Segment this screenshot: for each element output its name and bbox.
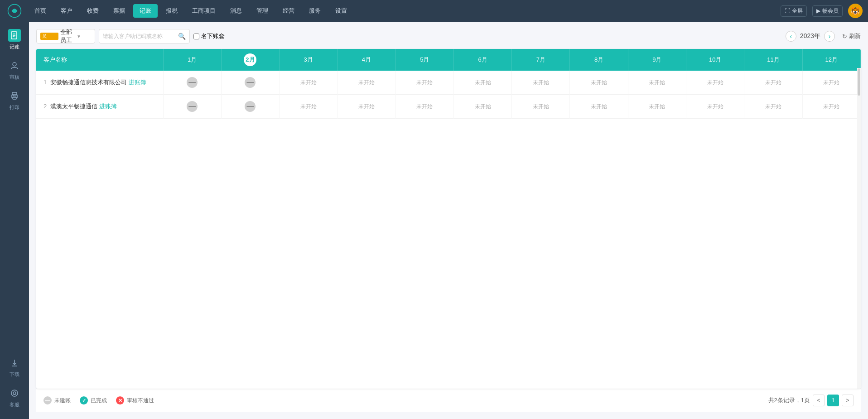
data-table: 客户名称 1月 2月 3月 4月 5月 6月 7月 8月 9月 10月 11月 … [36,49,861,119]
nav-customer[interactable]: 客户 [54,4,79,18]
user-avatar[interactable]: 🐯 [848,4,863,18]
legend-gray-dot: — [43,396,52,405]
refresh-button[interactable]: ↻ 刷新 [842,32,861,40]
table-row: 1安徽畅捷通信息技术有限公司 进账簿——未开始未开始未开始未开始未开始未开始未开… [36,71,861,95]
nav-billing[interactable]: 收费 [81,4,105,18]
legend-rejected: ✕ 审核不通过 [116,396,154,405]
cell-month-6-row-1: 未开始 [512,95,570,119]
not-started-text: 未开始 [300,103,317,110]
fullscreen-label: 全屏 [792,7,803,15]
nav-invoice[interactable]: 票据 [107,4,131,18]
chevron-down-icon: ▼ [77,34,91,39]
employee-select[interactable]: 员 全部员工 ▼ [36,29,95,43]
search-icon[interactable]: 🔍 [178,33,186,40]
content-area: 员 全部员工 ▼ 🔍 名下账套 ‹ 2023年 › ↻ 刷新 [29,22,868,419]
nav-home[interactable]: 首页 [28,4,53,18]
cell-month-5-row-0: 未开始 [453,71,511,95]
cell-month-10-row-0: 未开始 [744,71,802,95]
prev-year-button[interactable]: ‹ [786,31,796,42]
nav-bookkeeping[interactable]: 记账 [133,4,158,18]
nav-message[interactable]: 消息 [224,4,248,18]
next-page-button[interactable]: > [842,395,854,406]
not-started-text: 未开始 [649,79,665,86]
not-started-text: 未开始 [533,103,549,110]
top-navigation: 首页 客户 收费 票据 记账 报税 工商项目 消息 管理 经营 服务 设置 ⛶ … [0,0,868,22]
legend-rejected-label: 审核不通过 [127,397,154,405]
sidebar-item-support[interactable]: 客服 [2,383,27,412]
col-header-name: 客户名称 [36,49,163,71]
sidebar-audit-label: 审核 [10,74,19,81]
sidebar-download-label: 下载 [10,371,19,378]
sidebar-item-audit[interactable]: 审核 [2,56,27,84]
main-layout: 记账 审核 打印 [0,22,868,419]
cell-month-7-row-1: 未开始 [570,95,628,119]
not-started-text: 未开始 [533,79,549,86]
enter-ledger-link[interactable]: 进账簿 [99,103,117,110]
legend-red-dot: ✕ [116,396,124,405]
nav-manage[interactable]: 管理 [250,4,275,18]
status-dash-icon: — [187,101,198,112]
table-header-row: 客户名称 1月 2月 3月 4月 5月 6月 7月 8月 9月 10月 11月 … [36,49,861,71]
account-set-checkbox[interactable]: 名下账套 [193,32,225,40]
cell-month-9-row-0: 未开始 [686,71,744,95]
nav-service[interactable]: 服务 [303,4,327,18]
col-header-nov: 11月 [744,49,802,71]
prev-page-button[interactable]: < [813,395,825,406]
svg-point-11 [11,390,18,396]
next-year-button[interactable]: › [824,31,835,42]
scrollbar[interactable] [857,68,861,389]
legend-teal-dot: ✓ [80,396,88,405]
nav-menu: 首页 客户 收费 票据 记账 报税 工商项目 消息 管理 经营 服务 设置 [28,4,781,18]
enter-ledger-link[interactable]: 进账簿 [129,79,146,86]
sidebar-item-print[interactable]: 打印 [2,86,27,115]
status-dash-icon: — [245,77,256,88]
page-1-button[interactable]: 1 [827,395,839,406]
col-header-jun: 6月 [453,49,511,71]
sidebar: 记账 审核 打印 [0,22,29,419]
audit-icon [8,59,21,72]
year-label: 2023年 [800,32,820,40]
pagination: 共2条记录，1页 < 1 > [768,395,854,406]
cell-month-11-row-1: 未开始 [802,95,860,119]
member-button[interactable]: ▶ 畅会员 [812,5,843,17]
not-started-text: 未开始 [358,79,375,86]
cell-month-4-row-1: 未开始 [395,95,453,119]
not-started-text: 未开始 [765,79,781,86]
sidebar-item-bookkeeping[interactable]: 记账 [2,25,27,54]
account-set-check[interactable] [193,34,199,39]
cell-name-1: 2漠澳太平畅捷通信 进账簿 [36,95,163,119]
not-started-text: 未开始 [416,103,433,110]
nav-operation[interactable]: 经营 [276,4,301,18]
cell-month-3-row-0: 未开始 [338,71,395,95]
col-header-feb: 2月 [221,49,279,71]
nav-tax[interactable]: 报税 [159,4,184,18]
not-started-text: 未开始 [416,79,433,86]
nav-business[interactable]: 工商项目 [186,4,222,18]
legend-red-icon: ✕ [118,398,122,404]
refresh-icon: ↻ [842,33,847,40]
cell-month-9-row-1: 未开始 [686,95,744,119]
not-started-text: 未开始 [649,103,665,110]
year-navigator: ‹ 2023年 › [786,31,835,42]
scrollbar-thumb[interactable] [858,68,860,96]
status-dash-icon: — [187,77,198,88]
nav-settings[interactable]: 设置 [329,4,353,18]
sidebar-print-label: 打印 [10,104,19,111]
search-input[interactable] [103,33,175,39]
fullscreen-button[interactable]: ⛶ 全屏 [781,5,807,17]
table-row: 2漠澳太平畅捷通信 进账簿——未开始未开始未开始未开始未开始未开始未开始未开始未… [36,95,861,119]
search-input-wrap: 🔍 [99,29,190,43]
col-header-mar: 3月 [280,49,338,71]
not-started-text: 未开始 [300,79,317,86]
bookkeeping-icon [8,29,21,42]
legend-completed-label: 已完成 [91,397,107,405]
legend-not-started: — 未建账 [43,396,71,405]
not-started-text: 未开始 [823,103,839,110]
row-number: 2 [43,103,47,110]
employee-select-label: 全部员工 [60,28,75,44]
support-icon [8,387,21,400]
not-started-text: 未开始 [475,103,491,110]
cell-month-7-row-0: 未开始 [570,71,628,95]
sidebar-item-download[interactable]: 下载 [2,353,27,381]
print-icon [8,90,21,102]
